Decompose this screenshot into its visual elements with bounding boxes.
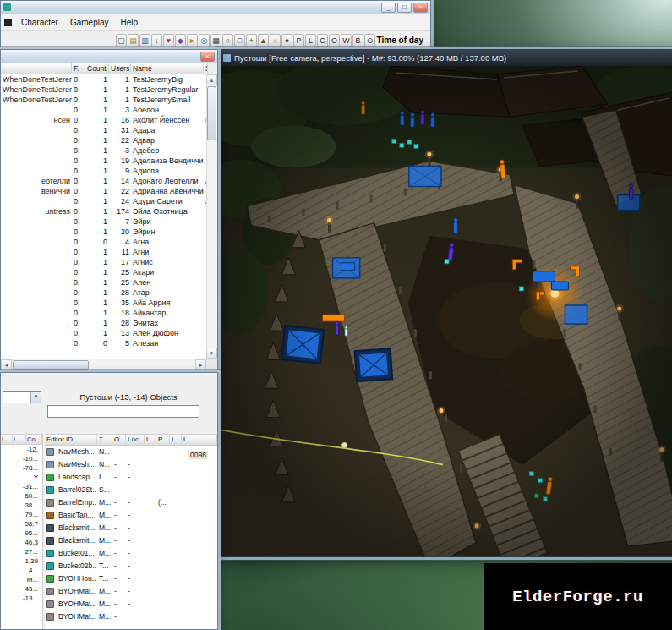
- column-header[interactable]: [1, 63, 72, 74]
- scroll-down-icon[interactable]: ▼: [206, 348, 217, 359]
- letter-o-icon[interactable]: O: [329, 34, 340, 47]
- flag-icon[interactable]: ►: [187, 34, 198, 47]
- table-row[interactable]: 0. 1 25 Ален: [1, 277, 206, 288]
- clock-icon[interactable]: ⊙: [364, 34, 375, 47]
- record-icon[interactable]: ●: [281, 34, 292, 47]
- vertical-scrollbar[interactable]: ▲ ▼: [206, 74, 217, 359]
- list-item[interactable]: Y: [1, 473, 42, 482]
- table-row[interactable]: untress 0. 1 174 Эйла Охотница: [1, 206, 206, 216]
- list-item[interactable]: -78...: [1, 463, 42, 473]
- list-item[interactable]: 50...: [1, 491, 42, 501]
- table-row[interactable]: Bucket02b... T... - -: [45, 560, 217, 572]
- list-item[interactable]: -12.: [1, 445, 42, 454]
- column-header[interactable]: Name: [131, 63, 204, 74]
- table-row[interactable]: NavMesh... N... - -: [45, 458, 217, 471]
- horizontal-scrollbar[interactable]: ◄ ►: [1, 359, 206, 370]
- table-row[interactable]: 0. 0 4 Агна: [1, 237, 206, 247]
- column-header[interactable]: O...: [112, 435, 126, 445]
- viewport-titlebar[interactable]: Пустоши [Free camera, perspective] - M#:…: [219, 50, 672, 66]
- minimize-button[interactable]: _: [381, 3, 396, 13]
- table-row[interactable]: BYOHMat... M... - -: [45, 598, 217, 611]
- table-row[interactable]: 0. 1 19 Аделаиза Вендиччи: [1, 156, 206, 166]
- column-header[interactable]: L...: [145, 435, 156, 445]
- column-header[interactable]: Co.: [26, 435, 42, 444]
- menu-item[interactable]: Gameplay: [64, 16, 115, 29]
- table-row[interactable]: 0. 0 5 Алезан: [1, 338, 206, 348]
- scroll-thumb[interactable]: [207, 86, 216, 140]
- table-row[interactable]: 0. 1 3 Адебер: [1, 145, 206, 156]
- table-row[interactable]: 0. 1 18 Айкантар: [1, 308, 206, 318]
- import-icon[interactable]: ↓: [151, 34, 162, 47]
- npc-list-close-button[interactable]: ×: [200, 52, 215, 62]
- list-item[interactable]: -10...: [1, 454, 42, 463]
- table-row[interactable]: вениччи 0. 1 22 Адрианна Авениччи: [1, 186, 206, 196]
- column-header[interactable]: Count: [85, 63, 109, 74]
- letter-l-icon[interactable]: L: [305, 34, 316, 47]
- table-row[interactable]: 0. 1 17 Агнис: [1, 257, 206, 267]
- table-row[interactable]: WhenDoneTestJeremyRegular 0. 1 1 TestJer…: [1, 85, 206, 95]
- table-row[interactable]: еотелли 0. 1 14 Адонато Леотелли А: [1, 176, 206, 186]
- menu-item[interactable]: Help: [114, 16, 144, 29]
- add-object-icon[interactable]: +: [246, 34, 257, 47]
- table-row[interactable]: 0. 1 3 Абелон: [1, 105, 206, 115]
- letter-b-icon[interactable]: B: [352, 34, 363, 47]
- list-item[interactable]: 43...: [1, 584, 42, 594]
- table-row[interactable]: 0. 1 25 Акари: [1, 267, 206, 277]
- list-item[interactable]: -13...: [1, 594, 42, 603]
- table-row[interactable]: 0. 1 13 Ален Дюфон: [1, 328, 206, 338]
- sun-icon[interactable]: ☼: [270, 34, 281, 47]
- column-header[interactable]: Users: [109, 63, 131, 74]
- table-row[interactable]: Landscap... L... - -: [45, 471, 217, 484]
- gem-icon[interactable]: ◆: [175, 34, 186, 47]
- table-row[interactable]: WhenDoneTestJeremyBig 0. 1 1 TestJeremyB…: [1, 74, 206, 85]
- column-header[interactable]: P...: [156, 435, 170, 445]
- table-row[interactable]: 0. 1 24 Адури Сарети А: [1, 196, 206, 206]
- column-header[interactable]: Editor ID: [45, 435, 97, 445]
- square-tool-icon[interactable]: □: [234, 34, 245, 47]
- list-item[interactable]: 38...: [1, 501, 42, 510]
- column-header[interactable]: Loc...: [126, 435, 145, 445]
- table-row[interactable]: 0. 1 28 Энитах: [1, 318, 206, 328]
- table-row[interactable]: BYOHHou... T... - -: [45, 572, 217, 585]
- list-item[interactable]: 79...: [1, 510, 42, 519]
- maximize-button[interactable]: □: [397, 3, 412, 13]
- column-header[interactable]: F.: [72, 63, 85, 74]
- table-row[interactable]: WhenDoneTestJeremySmall 0. 1 1 TestJerem…: [1, 95, 206, 105]
- table-row[interactable]: Bucket01... M... - -: [45, 547, 217, 560]
- table-row[interactable]: 0. 1 22 Адвар: [1, 135, 206, 145]
- table-row[interactable]: BYOHMat... M... -: [45, 611, 217, 623]
- table-row[interactable]: BYOHMat... M... - -: [45, 585, 217, 598]
- save-icon[interactable]: ▥: [139, 34, 150, 47]
- list-item[interactable]: 4...: [1, 566, 42, 575]
- list-item[interactable]: 1.39: [1, 556, 42, 566]
- menu-item[interactable]: Character: [15, 16, 64, 29]
- table-row[interactable]: 0. 1 7 Эйри: [1, 216, 206, 227]
- column-header[interactable]: I: [1, 435, 13, 444]
- table-row[interactable]: 0. 1 31 Адара: [1, 125, 206, 135]
- letter-w-icon[interactable]: W: [341, 34, 352, 47]
- open-folder-icon[interactable]: ▤: [128, 34, 139, 47]
- object-filter-input[interactable]: [47, 405, 199, 418]
- favorites-icon[interactable]: ♥: [163, 34, 174, 47]
- world-icon[interactable]: ◎: [199, 34, 210, 47]
- table-row[interactable]: 0. 1 9 Адисла: [1, 166, 206, 176]
- table-row[interactable]: 0. 1 35 Айа Аррия: [1, 298, 206, 308]
- viewport-3d-scene[interactable]: [219, 66, 672, 556]
- letter-p-icon[interactable]: P: [293, 34, 304, 47]
- scroll-up-icon[interactable]: ▲: [206, 74, 217, 85]
- column-header[interactable]: L.: [13, 435, 26, 444]
- list-item[interactable]: 95...: [1, 529, 42, 538]
- column-header[interactable]: I...: [170, 435, 182, 445]
- table-row[interactable]: Barrel02St... S... - -: [45, 484, 217, 496]
- list-item[interactable]: 27...: [1, 547, 42, 556]
- grid-icon[interactable]: ▦: [210, 34, 221, 47]
- table-row[interactable]: 0. 1 20 Эйрин: [1, 227, 206, 237]
- scroll-left-icon[interactable]: ◄: [1, 359, 12, 370]
- npc-list-titlebar[interactable]: ×: [1, 50, 217, 63]
- table-row[interactable]: BarrelEmp... M... - - (...: [45, 496, 217, 509]
- new-document-icon[interactable]: ▢: [116, 34, 127, 47]
- column-header[interactable]: L...: [182, 435, 217, 445]
- close-button[interactable]: ×: [413, 3, 428, 13]
- list-item[interactable]: M...: [1, 575, 42, 584]
- list-item[interactable]: 58.7: [1, 519, 42, 529]
